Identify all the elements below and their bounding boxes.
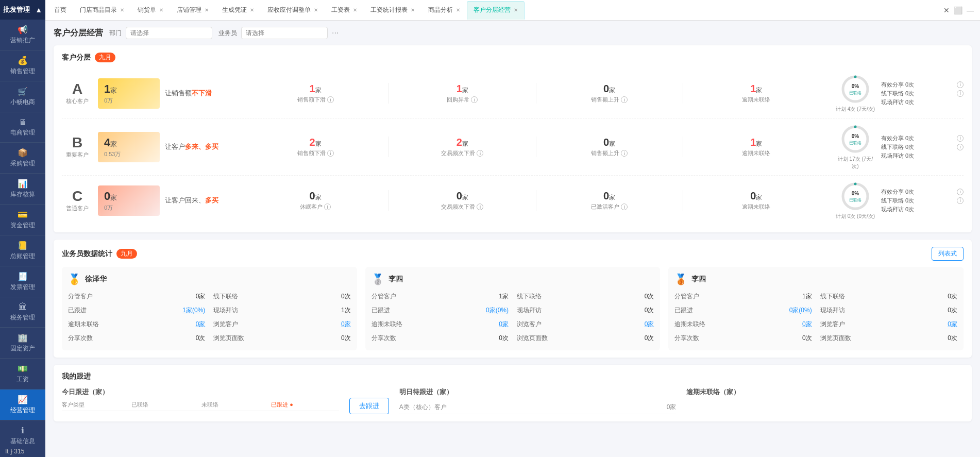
info-icon[interactable]: i [621,150,628,157]
info-icon[interactable]: i [327,150,334,157]
tab-close-ar-adjust[interactable]: ✕ [314,7,318,13]
tier-name-c: 普通客户 [62,205,93,212]
info-icon[interactable]: i [957,144,964,150]
sidebar-item-inventory[interactable]: 📊 库存核算 [0,174,45,205]
sidebar-item-ecommerce-small[interactable]: 🛒 小畅电商 [0,81,45,112]
tax-icon: 🏛 [0,302,45,312]
tab-minimize-icon[interactable]: — [967,6,974,14]
tab-home[interactable]: 首页 [47,1,73,20]
staff-stat-row: 现场拜访 0次 [820,304,957,316]
content-area: 客户分层经营 部门 业务员 ··· 客户分层 九月 A 核心客户 [45,21,980,457]
sidebar-item-label: 税务管理 [0,313,45,322]
staff-stats-grid-0: 分管客户 0家 线下联络 0次 已跟进 1家(0%) 现场拜访 [68,291,351,344]
sidebar-item-payroll[interactable]: 💵 工资 [0,359,45,390]
tier-stat-c-1: 0家 交易频次下滑 i [389,190,536,211]
tab-close-store-manage[interactable]: ✕ [205,7,209,13]
staff-stat-row: 分享次数 0次 [371,332,509,344]
sidebar-collapse-icon[interactable]: ▲ [35,6,42,14]
info-icon[interactable]: i [477,204,483,210]
dept-select[interactable] [126,27,212,39]
info-icon[interactable]: i [957,197,964,204]
finance-icon: 💳 [0,210,45,219]
tomorrow-follow-title: 明日待跟进（家） [399,387,677,397]
tab-close-salary[interactable]: ✕ [353,7,357,13]
sidebar-item-invoice[interactable]: 🧾 发票管理 [0,266,45,297]
tab-customer-tier[interactable]: 客户分层经营 ✕ [467,1,525,20]
list-view-btn[interactable]: 列表式 [932,247,964,261]
sidebar-header: 批发管理 ▲ [0,0,45,20]
svg-point-8 [843,184,868,209]
tab-salary[interactable]: 工资表 ✕ [325,1,364,20]
page-title: 客户分层经营 [54,28,103,39]
info-icon[interactable]: i [471,96,478,103]
sidebar-item-ledger[interactable]: 📒 总账管理 [0,235,45,266]
marketing-icon: 📢 [0,25,45,35]
tab-close-salary-report[interactable]: ✕ [411,7,415,13]
tab-store-products[interactable]: 门店商品目录 ✕ [73,1,131,20]
tab-close-product-analysis[interactable]: ✕ [456,7,460,13]
info-icon[interactable]: i [477,150,483,157]
sidebar-item-label: 总账管理 [0,252,45,261]
go-follow-btn[interactable]: 去跟进 [349,398,389,414]
tier-name-a: 核心客户 [62,97,93,105]
tab-close-sales-order[interactable]: ✕ [159,7,163,13]
tab-salary-report[interactable]: 工资统计报表 ✕ [364,1,421,20]
sidebar-item-label: 发票管理 [0,283,45,292]
staff-stat-row: 逾期未联络 0家 [674,318,812,330]
tier-right-stats-a: 有效分享 0次 i 线下联络 0次 i 现场拜访 0次 [881,81,964,106]
info-icon[interactable]: i [621,204,628,210]
tier-label-b: B 重要客户 [62,136,93,159]
staff-medal-1: 🥈 [371,273,384,285]
staff-card-0: 🥇 徐泽华 分管客户 0家 线下联络 0次 已跟进 [62,267,357,350]
info-icon[interactable]: i [957,90,964,97]
sidebar: 批发管理 ▲ 📢 营销推广 💰 销售管理 🛒 小畅电商 🖥 电商管理 📦 采购管… [0,0,45,457]
staff-stat-row: 现场拜访 0次 [517,304,654,316]
tier-count-sub-a: 0万 [104,97,154,105]
info-icon[interactable]: i [324,204,331,210]
staff-card-1: 🥈 李四 分管客户 1家 线下联络 0次 已跟进 [365,267,661,350]
today-follow-title: 今日跟进（家） [62,387,339,397]
tab-ar-adjust[interactable]: 应收应付调整单 ✕ [261,1,325,20]
staff-header-0: 🥇 徐泽华 [68,273,351,285]
ledger-icon: 📒 [0,241,45,250]
sidebar-item-label: 营销推广 [0,36,45,45]
info-icon[interactable]: i [957,135,964,142]
tab-store-manage[interactable]: 店铺管理 ✕ [170,1,215,20]
inventory-icon: 📊 [0,179,45,189]
staff-stat-row: 浏览客户 0家 [820,318,957,330]
tier-row-a: A 核心客户 1家 0万 让销售额不下滑 1家 销售额下滑 i 1家 [62,69,964,119]
svg-text:已联络: 已联络 [849,91,861,95]
tab-restore-icon[interactable]: ⬜ [954,6,962,14]
tab-sales-order[interactable]: 销货单 ✕ [131,1,170,20]
tab-close-customer-tier[interactable]: ✕ [514,7,518,13]
sidebar-item-tax[interactable]: 🏛 税务管理 [0,297,45,328]
svg-point-0 [843,77,868,101]
sidebar-item-label: 采购管理 [0,159,45,168]
sidebar-item-purchase[interactable]: 📦 采购管理 [0,143,45,174]
tab-close-voucher[interactable]: ✕ [250,7,254,13]
tab-voucher[interactable]: 生成凭证 ✕ [215,1,261,20]
tab-close-store-products[interactable]: ✕ [120,7,124,13]
filter-more-icon[interactable]: ··· [332,28,339,38]
ecommerce-icon: 🖥 [0,117,45,127]
follow-grid: 今日跟进（家） 客户类型 已联络 未联络 已跟进 ● 去跟进 明日待跟进（家） [62,387,964,414]
tier-stat-a-0: 1家 销售额下滑 i [242,83,389,104]
sidebar-item-ecommerce[interactable]: 🖥 电商管理 [0,112,45,143]
tab-product-analysis[interactable]: 商品分析 ✕ [421,1,467,20]
staff-card-2: 🥉 李四 分管客户 1家 线下联络 0次 已跟进 [668,267,964,350]
staff-medal-2: 🥉 [674,273,687,285]
sidebar-item-assets[interactable]: 🏢 固定资产 [0,328,45,359]
info-icon[interactable]: i [621,96,628,103]
tab-close-all-icon[interactable]: ✕ [943,6,950,14]
sidebar-item-sales[interactable]: 💰 销售管理 [0,50,45,81]
staff-select[interactable] [241,27,328,39]
staff-header-1: 🥈 李四 [371,273,654,285]
sidebar-item-marketing[interactable]: 📢 营销推广 [0,20,45,50]
tier-stat-b-3: 1家 逾期未联络 [683,137,830,157]
info-icon[interactable]: i [957,81,964,88]
info-icon[interactable]: i [327,96,334,103]
info-icon[interactable]: i [957,189,964,195]
svg-point-4 [843,127,868,151]
sidebar-item-management[interactable]: 📈 经营管理 [0,390,45,420]
sidebar-item-finance[interactable]: 💳 资金管理 [0,205,45,235]
